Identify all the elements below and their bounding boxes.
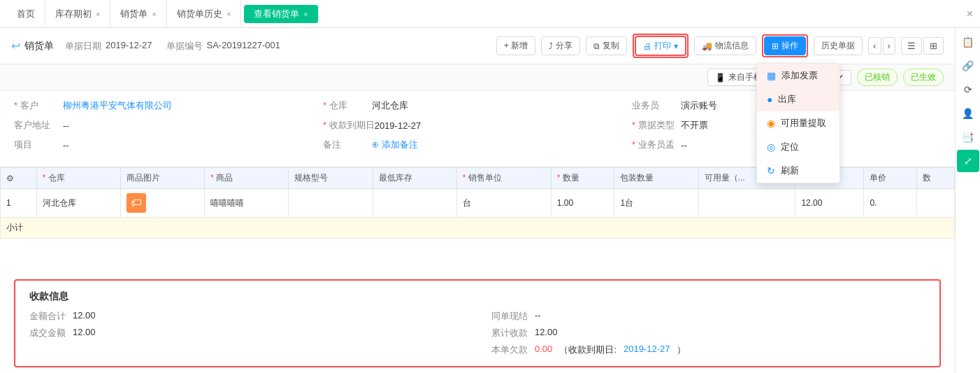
sidebar-icon-clipboard[interactable]: 📋 <box>957 31 979 53</box>
product-img-icon: 🏷 <box>131 197 142 209</box>
sidebar-icon-expand[interactable]: ⤢ <box>957 150 979 172</box>
tab-view-close[interactable]: × <box>303 10 308 18</box>
grid-view-button[interactable]: ⊞ <box>923 37 944 55</box>
tab-history-close[interactable]: × <box>226 10 231 18</box>
sidebar-icon-doc[interactable]: 📑 <box>957 126 979 148</box>
doc-date-field: 单据日期 2019-12-27 <box>65 40 152 52</box>
row-extra <box>917 189 955 218</box>
dropdown-locate[interactable]: ◎ 定位 <box>757 135 840 159</box>
outbound-icon: ● <box>767 94 772 105</box>
row-min-stock <box>373 189 456 218</box>
dropdown-add-invoice[interactable]: ▦ 添加发票 <box>757 64 840 87</box>
transaction-row: 成交金额 12.00 <box>29 327 463 339</box>
col-price: 单价 <box>864 168 917 189</box>
dropdown-outbound[interactable]: ● 出库 <box>757 87 840 111</box>
cumulative-label: 累计收款 <box>491 327 528 339</box>
history-button[interactable]: 历史单据 <box>814 36 863 55</box>
col-pkg-qty: 包装数量 <box>614 168 698 189</box>
col-gear[interactable]: ⚙ <box>1 168 37 189</box>
sidebar-icon-link[interactable]: 🔗 <box>957 55 979 77</box>
logistics-button[interactable]: 🚚 物流信息 <box>694 36 756 55</box>
tab-home[interactable]: 首页 <box>7 0 45 28</box>
copy-button[interactable]: ⧉ 复制 <box>586 36 627 55</box>
tab-history-label: 销货单历史 <box>177 8 222 20</box>
logistics-icon: 🚚 <box>702 41 712 51</box>
copy-label: 复制 <box>603 40 619 52</box>
window-close-button[interactable]: × <box>967 8 973 20</box>
sidebar-icon-refresh[interactable]: ⟳ <box>957 78 979 101</box>
operations-highlight-box: ⊞ 操作 <box>762 34 808 57</box>
row-unit: 台 <box>456 189 551 218</box>
row-stock: 12.00 <box>795 189 864 218</box>
payment-info-right: 同单现结 -- 累计收款 12.00 本单欠款 0.00 （收款到期日: 201… <box>491 310 925 356</box>
salesperson-label: 业务员孟 <box>632 139 681 151</box>
ticket-type-label: 票据类型 <box>632 119 681 132</box>
customer-label: 客户 <box>14 99 63 112</box>
tab-sales-order[interactable]: 销货单 × <box>110 0 166 28</box>
due-row: 本单欠款 0.00 （收款到期日: 2019-12-27 ） <box>491 344 925 356</box>
due-label: 本单欠款 <box>491 344 528 356</box>
operations-label: 操作 <box>781 40 798 52</box>
effective-badge: 已生效 <box>903 69 944 86</box>
tab-sales-history[interactable]: 销货单历史 × <box>167 0 241 28</box>
available-take-label: 可用量提取 <box>781 117 826 129</box>
tab-inventory-close[interactable]: × <box>96 10 100 18</box>
tab-inventory-init[interactable]: 库存期初 × <box>45 0 110 28</box>
tab-view-sales[interactable]: 查看销货单 × <box>244 5 318 23</box>
add-invoice-icon: ▦ <box>767 70 776 81</box>
warehouse-label: 仓库 <box>323 99 372 112</box>
list-view-button[interactable]: ☰ <box>901 37 922 55</box>
next-button[interactable]: › <box>883 37 895 55</box>
remark-label: 备注 <box>323 139 372 151</box>
dropdown-available-take[interactable]: ◉ 可用量提取 <box>757 111 840 135</box>
tab-bar: 首页 库存期初 × 销货单 × 销货单历史 × 查看销货单 × × <box>0 0 980 28</box>
tab-view-label: 查看销货单 <box>254 8 299 20</box>
total-amount-label: 金额合计 <box>29 310 66 323</box>
col-img: 商品图片 <box>120 168 204 189</box>
subtotal-label: 小计 <box>1 218 955 239</box>
phone-icon: 📱 <box>715 73 726 83</box>
row-spec <box>289 189 373 218</box>
locate-icon: ◎ <box>767 141 775 153</box>
outbound-label: 出库 <box>778 93 796 106</box>
due-date: 2019-12-27 <box>624 344 670 356</box>
row-warehouse: 河北仓库 <box>36 189 120 218</box>
refresh2-icon: ⟳ <box>964 84 972 95</box>
salesperson-value: -- <box>681 140 687 150</box>
customer-value[interactable]: 柳州粤港平安气体有限公司 <box>63 99 172 112</box>
new-button[interactable]: + 新增 <box>496 36 535 55</box>
clipboard-icon: 📋 <box>962 36 974 48</box>
gear-icon: ⚙ <box>6 174 14 183</box>
addr-label: 客户地址 <box>14 119 63 132</box>
staff-value: 演示账号 <box>681 99 717 112</box>
tab-sales-close[interactable]: × <box>152 10 156 18</box>
product-image: 🏷 <box>127 193 146 213</box>
row-img: 🏷 <box>120 189 204 218</box>
sidebar-icon-user[interactable]: 👤 <box>957 102 979 125</box>
print-button[interactable]: 🖨 打印 ▾ <box>635 36 686 56</box>
prev-button[interactable]: ‹ <box>868 37 881 55</box>
addr-value: -- <box>63 120 69 131</box>
project-label: 项目 <box>14 139 63 151</box>
same-settlement-row: 同单现结 -- <box>491 310 925 323</box>
row-product: 嘻嘻嘻嘻 <box>205 189 289 218</box>
doc-date-label: 单据日期 <box>65 40 101 52</box>
operations-icon: ⊞ <box>772 41 779 51</box>
payment-info-grid: 金额合计 12.00 成交金额 12.00 同单现结 -- 累计收款 <box>29 310 925 356</box>
due-note: （收款到期日: <box>559 344 617 356</box>
tab-sales-label: 销货单 <box>120 8 147 20</box>
dropdown-refresh[interactable]: ↻ 刷新 <box>757 159 840 183</box>
user-icon: 👤 <box>962 108 974 119</box>
view-toggle: ☰ ⊞ <box>901 37 944 55</box>
row-no: 1 <box>1 189 37 218</box>
print-label: 打印 <box>654 40 671 52</box>
table-row: 1 河北仓库 🏷 嘻嘻嘻嘻 台 1.00 1台 <box>1 189 955 218</box>
logistics-label: 物流信息 <box>715 40 749 52</box>
share-button[interactable]: ⤴ 分享 <box>541 36 580 55</box>
addr-field: 客户地址 -- <box>14 119 323 132</box>
operations-button[interactable]: ⊞ 操作 <box>764 36 806 55</box>
due-value: 0.00 <box>535 344 552 356</box>
project-field: 项目 -- <box>14 139 323 151</box>
print-icon: 🖨 <box>643 41 651 51</box>
add-remark-btn[interactable]: ⊕ 添加备注 <box>372 139 418 151</box>
